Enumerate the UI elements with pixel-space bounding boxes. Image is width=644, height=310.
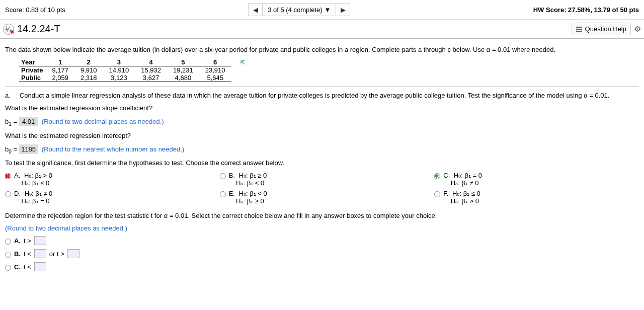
option-a[interactable]: ✖ A. H₀: β₁ > 0 Hₐ: β₁ ≤ 0 [5,172,210,187]
correct-mark-icon: ✶ [434,172,440,180]
b0-hint: (Round to the nearest whole number as ne… [42,145,184,153]
radio-rej-b[interactable] [5,252,11,258]
option-f[interactable]: F. H₀: β₁ ≤ 0 Hₐ: β₁ > 0 [434,190,639,205]
radio-e[interactable] [220,191,226,197]
nav-label-text: 3 of 5 (4 complete) [268,6,322,14]
question-navigator: ◀ 3 of 5 (4 complete) ▼ ▶ [248,3,350,16]
question-intercept: What is the estimated regression interce… [5,132,639,139]
rejection-option-c[interactable]: C. t < [5,262,639,271]
part-a: a. Conduct a simple linear regression an… [5,92,639,99]
divider [5,86,639,87]
next-question-button[interactable]: ▶ [336,4,350,16]
popup-table-icon[interactable]: ⇱ [240,59,245,65]
title-bar: ⅟ₓ ✖ 14.2.24-T Question Help ⚙ [0,20,644,39]
radio-d[interactable] [5,191,11,197]
title-left: ⅟ₓ ✖ 14.2.24-T [3,23,60,35]
hw-score-label: HW Score: 27.58%, 13.79 of 50 pts [533,6,639,14]
instructions: The data shown below indicate the averag… [5,46,639,53]
question-status-icon: ⅟ₓ ✖ [3,24,14,35]
wrong-mark-icon: ✖ [5,172,11,180]
rejection-option-a[interactable]: A. t > [5,236,639,245]
list-icon [576,27,582,32]
table-row: Private 9,177 9,910 14,910 15,932 19,231… [19,66,251,74]
rejection-choices: A. t > B. t < or t > C. t < [5,236,639,271]
b1-input[interactable] [19,117,38,126]
tuition-table: Year 1 2 3 4 5 6 ⇱ Private 9,177 9,910 1… [19,58,251,82]
help-label: Question Help [585,25,626,33]
top-bar: Score: 0.83 of 10 pts ◀ 3 of 5 (4 comple… [0,0,644,20]
radio-c[interactable]: ✶ [434,173,440,179]
rej-b-input-2[interactable] [67,249,79,258]
table-header: Year [19,58,46,66]
part-text: Conduct a simple linear regression analy… [20,92,610,99]
b1-answer: b1 = (Round to two decimal places as nee… [5,117,639,127]
prev-question-button[interactable]: ◀ [249,4,263,16]
radio-rej-a[interactable] [5,239,11,245]
rejection-hint: (Round to two decimal places as needed.) [5,224,639,232]
b0-answer: b0 = (Round to the nearest whole number … [5,144,639,154]
score-label: Score: 0.83 of 10 pts [5,6,65,14]
part-label: a. [5,92,11,99]
radio-f[interactable] [434,191,440,197]
table-row: Public 2,059 2,318 3,123 3,627 4,680 5,6… [19,74,251,82]
question-content: The data shown below indicate the averag… [0,39,644,279]
b0-input[interactable] [19,144,38,154]
rej-b-input-1[interactable] [34,249,46,258]
option-c[interactable]: ✶ C. H₀: β₁ = 0 Hₐ: β₁ ≠ 0 [434,172,639,187]
rej-c-input[interactable] [34,262,46,271]
question-hypotheses: To test the significance, first determin… [5,159,639,167]
chevron-down-icon: ▼ [325,6,331,14]
question-help-button[interactable]: Question Help [572,23,631,35]
radio-b[interactable] [220,173,226,179]
option-b[interactable]: B. H₀: β₁ ≥ 0 Hₐ: β₁ < 0 [220,172,425,187]
question-selector[interactable]: 3 of 5 (4 complete) ▼ [263,4,336,16]
question-id: 14.2.24-T [17,23,60,35]
radio-rej-c[interactable] [5,265,11,271]
rej-a-input[interactable] [34,236,46,245]
hypotheses-choices: ✖ A. H₀: β₁ > 0 Hₐ: β₁ ≤ 0 B. H₀: β₁ ≥ 0… [5,172,639,205]
option-d[interactable]: D. H₀: β₁ ≠ 0 Hₐ: β₁ = 0 [5,190,210,205]
title-right: Question Help ⚙ [572,23,641,35]
question-slope: What is the estimated regression slope c… [5,104,639,112]
option-e[interactable]: E. H₀: β₁ < 0 Hₐ: β₁ ≥ 0 [220,190,425,205]
radio-a[interactable]: ✖ [5,173,11,179]
rejection-option-b[interactable]: B. t < or t > [5,249,639,258]
gear-icon[interactable]: ⚙ [634,24,641,34]
rejection-prompt: Determine the rejection region for the t… [5,212,639,219]
wrong-mark-icon: ✖ [10,29,14,35]
b1-hint: (Round to two decimal places as needed.) [42,118,164,125]
